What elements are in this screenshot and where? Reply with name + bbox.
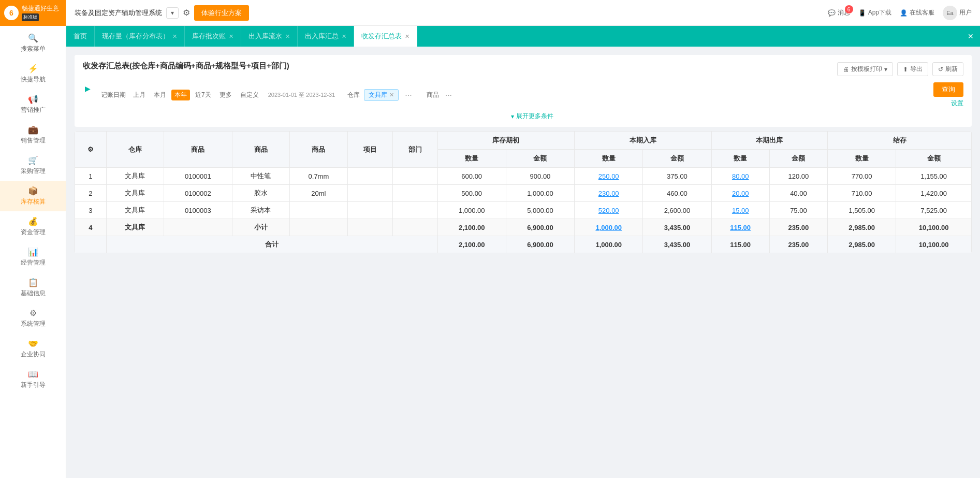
out-qty-link-0[interactable]: 80.00 bbox=[732, 172, 749, 180]
date-btn-custom[interactable]: 自定义 bbox=[237, 90, 262, 100]
tabs-close-all[interactable]: ✕ bbox=[961, 32, 980, 40]
nav-label-7: 经营管理 bbox=[21, 258, 46, 267]
sidebar-item-销售管理[interactable]: 💼销售管理 bbox=[0, 120, 66, 150]
filter-expand-arrow[interactable]: ▶ bbox=[83, 82, 93, 95]
tab-close-4[interactable]: ✕ bbox=[342, 34, 346, 39]
date-btn-7days[interactable]: 近7天 bbox=[192, 90, 214, 100]
in-qty-link-2[interactable]: 520.00 bbox=[598, 207, 619, 214]
sidebar-item-采购管理[interactable]: 🛒采购管理 bbox=[0, 150, 66, 181]
nav-label-3: 销售管理 bbox=[21, 136, 46, 145]
system-dropdown[interactable]: ▾ bbox=[166, 7, 179, 19]
refresh-button[interactable]: ↺ 刷新 bbox=[932, 62, 963, 76]
cell-bal-qty-3: 2,985.00 bbox=[828, 219, 896, 236]
nav-icon-7: 📊 bbox=[28, 247, 38, 257]
col-group-init: 库存期初 bbox=[437, 132, 575, 150]
tab-close-1[interactable]: ✕ bbox=[172, 34, 177, 39]
sidebar-nav: 🔍搜索菜单⚡快捷导航📢营销推广💼销售管理🛒采购管理📦库存核算💰资金管理📊经营管理… bbox=[0, 26, 66, 478]
footer-empty-1 bbox=[75, 236, 107, 253]
tab-label-1: 现存量（库存分布表） bbox=[102, 32, 169, 41]
warehouse-tag-remove[interactable]: ✕ bbox=[389, 92, 394, 98]
cell-in-qty-0: 250.00 bbox=[575, 168, 643, 185]
cell-in-qty-2: 520.00 bbox=[575, 202, 643, 219]
gear-icon[interactable]: ⚙ bbox=[183, 8, 190, 18]
goods-ellipsis[interactable]: ··· bbox=[443, 91, 454, 100]
user-item[interactable]: Ea 用户 bbox=[943, 6, 972, 20]
sidebar-item-营销推广[interactable]: 📢营销推广 bbox=[0, 89, 66, 120]
nav-icon-11: 📖 bbox=[28, 369, 38, 379]
app-download-item[interactable]: 📱 App下载 bbox=[858, 8, 891, 17]
in-qty-link-3[interactable]: 1,000.00 bbox=[595, 224, 622, 231]
cell-warehouse-2: 文具库 bbox=[106, 202, 164, 219]
sidebar-item-资金管理[interactable]: 💰资金管理 bbox=[0, 211, 66, 242]
col-group-bal: 结存 bbox=[828, 132, 972, 150]
in-qty-link-0[interactable]: 250.00 bbox=[598, 172, 619, 180]
print-button[interactable]: 🖨 按模板打印 ▾ bbox=[837, 62, 893, 76]
cell-spec-1: 20ml bbox=[289, 185, 347, 202]
out-qty-link-1[interactable]: 20.00 bbox=[732, 190, 749, 197]
date-btn-this-year[interactable]: 本年 bbox=[171, 90, 190, 100]
message-item[interactable]: 💬 消息 6 bbox=[828, 8, 850, 17]
date-range-display: 2023-01-01 至 2023-12-31 bbox=[268, 91, 335, 99]
date-buttons: 上月 本月 本年 近7天 更多 自定义 bbox=[130, 90, 262, 100]
logo-text: 畅捷通好生意 bbox=[22, 5, 59, 13]
footer-in-qty: 1,000.00 bbox=[575, 236, 643, 253]
cell-project-2 bbox=[348, 202, 393, 219]
cell-init-qty-2: 1,000.00 bbox=[437, 202, 506, 219]
sub-init-qty: 数量 bbox=[437, 150, 506, 168]
cell-bal-amt-0: 1,155.00 bbox=[896, 168, 972, 185]
query-button[interactable]: 查询 bbox=[933, 82, 963, 97]
setting-link[interactable]: 设置 bbox=[951, 99, 963, 108]
cell-out-qty-1: 20.00 bbox=[711, 185, 769, 202]
sidebar-item-快捷导航[interactable]: ⚡快捷导航 bbox=[0, 59, 66, 89]
filter-section: 收发存汇总表(按仓库+商品编码+商品+规格型号+项目+部门) 🖨 按模板打印 ▾… bbox=[75, 55, 972, 127]
sub-bal-amt: 金额 bbox=[896, 150, 972, 168]
col-settings[interactable]: ⚙ bbox=[75, 132, 107, 168]
system-title: 装备及固定资产辅助管理系统 bbox=[75, 8, 162, 18]
tab-2[interactable]: 库存批次账✕ bbox=[185, 26, 241, 47]
tab-close-2[interactable]: ✕ bbox=[229, 34, 233, 39]
tab-3[interactable]: 出入库流水✕ bbox=[241, 26, 298, 47]
sidebar-item-经营管理[interactable]: 📊经营管理 bbox=[0, 242, 66, 272]
sidebar-item-企业协同[interactable]: 🤝企业协同 bbox=[0, 334, 66, 364]
table-row: 4 文具库 小计 2,100.00 6,900.00 1,000.00 3,43… bbox=[75, 219, 972, 236]
warehouse-tag-text: 文具库 bbox=[369, 91, 387, 99]
col-dept: 部门 bbox=[392, 132, 437, 168]
cell-bal-amt-2: 7,525.00 bbox=[896, 202, 972, 219]
tab-1[interactable]: 现存量（库存分布表）✕ bbox=[95, 26, 185, 47]
cell-project-3 bbox=[348, 219, 393, 236]
tab-4[interactable]: 出入库汇总✕ bbox=[298, 26, 354, 47]
logo-text-area: 畅捷通好生意 标准版 bbox=[22, 5, 59, 22]
out-qty-link-3[interactable]: 115.00 bbox=[730, 224, 751, 231]
nav-label-8: 基础信息 bbox=[21, 289, 46, 298]
expand-conditions-btn[interactable]: ▾ 展开更多条件 bbox=[511, 112, 553, 121]
warehouse-ellipsis[interactable]: ··· bbox=[403, 91, 414, 100]
expand-icon: ▾ bbox=[511, 113, 514, 120]
sidebar-item-库存核算[interactable]: 📦库存核算 bbox=[0, 181, 66, 211]
cell-bal-amt-1: 1,420.00 bbox=[896, 185, 972, 202]
in-qty-link-1[interactable]: 230.00 bbox=[598, 190, 619, 197]
footer-init-qty: 2,100.00 bbox=[437, 236, 506, 253]
page-title: 收发存汇总表(按仓库+商品编码+商品+规格型号+项目+部门) bbox=[83, 61, 289, 71]
date-btn-this-month[interactable]: 本月 bbox=[151, 90, 169, 100]
tab-5[interactable]: 收发存汇总表✕ bbox=[354, 26, 417, 47]
date-btn-more[interactable]: 更多 bbox=[216, 90, 235, 100]
trial-button[interactable]: 体验行业方案 bbox=[194, 5, 249, 21]
sidebar-logo: 6 畅捷通好生意 标准版 bbox=[0, 0, 66, 26]
tab-close-3[interactable]: ✕ bbox=[285, 34, 290, 39]
date-btn-last-month[interactable]: 上月 bbox=[130, 90, 149, 100]
sidebar-item-系统管理[interactable]: ⚙系统管理 bbox=[0, 303, 66, 334]
footer-bal-qty: 2,985.00 bbox=[828, 236, 896, 253]
sidebar-item-基础信息[interactable]: 📋基础信息 bbox=[0, 272, 66, 303]
out-qty-link-2[interactable]: 15.00 bbox=[732, 207, 749, 214]
online-service-item[interactable]: 👤 在线客服 bbox=[900, 8, 934, 17]
nav-icon-4: 🛒 bbox=[28, 155, 38, 165]
cell-name-1: 胶水 bbox=[232, 185, 290, 202]
sidebar-item-搜索菜单[interactable]: 🔍搜索菜单 bbox=[0, 28, 66, 59]
tab-0[interactable]: 首页 bbox=[66, 26, 95, 47]
sidebar-item-新手引导[interactable]: 📖新手引导 bbox=[0, 364, 66, 395]
export-button[interactable]: ⬆ 导出 bbox=[897, 62, 928, 76]
table-row: 1 文具库 0100001 中性笔 0.7mm 600.00 900.00 25… bbox=[75, 168, 972, 185]
nav-label-4: 采购管理 bbox=[21, 167, 46, 176]
cell-init-amt-0: 900.00 bbox=[506, 168, 574, 185]
tab-close-5[interactable]: ✕ bbox=[405, 34, 409, 39]
